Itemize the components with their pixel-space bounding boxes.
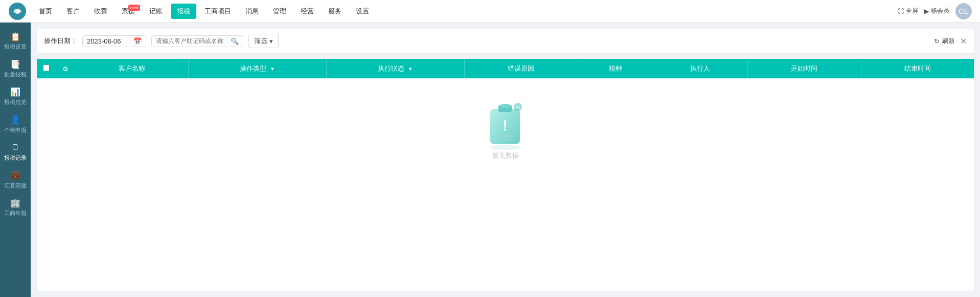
sidebar-item-报税设置[interactable]: 📋报税设置 <box>0 27 31 54</box>
sidebar-label-报税记录: 报税记录 <box>4 155 27 161</box>
clipboard-svg: ! ✏ <box>485 99 526 150</box>
nav-item-服务[interactable]: 服务 <box>322 4 348 19</box>
fullscreen-button[interactable]: ⛶ 全屏 <box>898 7 918 15</box>
close-button[interactable]: ✕ <box>960 36 967 46</box>
content: 操作日期： 📅 🔍 筛选 ▾ ↻ 刷新 ✕ <box>31 23 980 297</box>
sidebar-item-报税记录[interactable]: 🗒报税记录 <box>0 138 31 165</box>
toolbar: 操作日期： 📅 🔍 筛选 ▾ ↻ 刷新 ✕ <box>37 29 974 54</box>
nav-item-工商项目[interactable]: 工商项目 <box>198 4 237 19</box>
sidebar-item-工商年报[interactable]: 🏢工商年报 <box>0 193 31 221</box>
date-picker[interactable]: 📅 <box>82 35 146 47</box>
select-all-checkbox[interactable] <box>43 65 50 71</box>
empty-row: ! ✏ <box>37 78 974 191</box>
svg-rect-7 <box>496 135 514 137</box>
empty-state: ! ✏ <box>37 78 974 191</box>
sidebar-icon-报税总览: 📊 <box>10 86 21 97</box>
svg-point-2 <box>491 145 520 150</box>
nav-item-收费[interactable]: 收费 <box>88 4 113 19</box>
svg-rect-5 <box>500 104 510 108</box>
search-input[interactable] <box>156 37 227 45</box>
refresh-button[interactable]: ↻ 刷新 <box>934 36 955 46</box>
filter-button[interactable]: 筛选 ▾ <box>248 34 279 48</box>
play-icon: ▶ <box>924 8 929 15</box>
nav-item-管理[interactable]: 管理 <box>267 4 292 19</box>
date-input[interactable] <box>87 37 130 45</box>
nav-item-首页[interactable]: 首页 <box>33 4 58 19</box>
th-op-type: 操作类型 ▼ <box>189 59 327 78</box>
sidebar-label-汇算清缴: 汇算清缴 <box>4 182 27 189</box>
refresh-label: 刷新 <box>942 36 955 46</box>
th-settings[interactable]: ⚙ <box>56 59 75 78</box>
th-executor: 执行人 <box>653 59 748 78</box>
nav-item-票据[interactable]: 票据new <box>116 4 141 19</box>
search-wrap: 🔍 <box>151 35 243 47</box>
th-tax-type: 税种 <box>578 59 653 78</box>
nav-items: 首页客户收费票据new记账报税工商项目消息管理经营服务设置 <box>33 4 898 19</box>
member-label: 畅会员 <box>931 7 949 15</box>
avatar-text: CE <box>959 7 968 15</box>
th-checkbox <box>37 59 56 78</box>
nav-item-经营[interactable]: 经营 <box>294 4 320 19</box>
th-customer: 客户名称 <box>75 59 189 78</box>
nav-item-设置[interactable]: 设置 <box>350 4 375 19</box>
nav-item-报税[interactable]: 报税 <box>171 4 196 19</box>
sort-icon-op-type: ▼ <box>270 66 275 72</box>
sidebar-icon-个税申报: 👤 <box>10 114 21 125</box>
logo[interactable] <box>8 2 27 20</box>
refresh-icon: ↻ <box>934 37 940 45</box>
svg-text:✏: ✏ <box>516 104 520 110</box>
svg-point-1 <box>15 9 19 13</box>
main-layout: 📋报税设置📑批量报税📊报税总览👤个税申报🗒报税记录💼汇算清缴🏢工商年报 操作日期… <box>0 23 980 297</box>
th-exec-status: 执行状态 ▼ <box>326 59 464 78</box>
sidebar-label-报税总览: 报税总览 <box>4 99 27 105</box>
avatar[interactable]: CE <box>955 3 972 19</box>
sidebar-item-批量报税[interactable]: 📑批量报税 <box>0 54 31 82</box>
th-start-time: 开始时间 <box>747 59 861 78</box>
content-panel: 操作日期： 📅 🔍 筛选 ▾ ↻ 刷新 ✕ <box>37 29 974 291</box>
member-button[interactable]: ▶ 畅会员 <box>924 7 949 15</box>
nav-item-消息[interactable]: 消息 <box>239 4 265 19</box>
sidebar-label-工商年报: 工商年报 <box>4 210 27 217</box>
empty-illustration: ! ✏ <box>485 99 526 145</box>
th-error-reason: 错误原因 <box>464 59 578 78</box>
records-table: ⚙ 客户名称 操作类型 ▼ 执行状态 ▼ 错误原因 税种 执行人 开始时间 结束… <box>37 59 974 191</box>
table-wrap: ⚙ 客户名称 操作类型 ▼ 执行状态 ▼ 错误原因 税种 执行人 开始时间 结束… <box>37 59 974 291</box>
nav-badge-票据: new <box>128 5 140 11</box>
sidebar-icon-汇算清缴: 💼 <box>10 169 21 181</box>
sidebar-label-报税设置: 报税设置 <box>4 44 27 50</box>
svg-text:!: ! <box>503 117 508 134</box>
sidebar-item-汇算清缴[interactable]: 💼汇算清缴 <box>0 165 31 193</box>
sidebar-item-报税总览[interactable]: 📊报税总览 <box>0 82 31 110</box>
nav-item-记账[interactable]: 记账 <box>143 4 169 19</box>
sidebar-label-批量报税: 批量报税 <box>4 71 27 78</box>
top-nav: 首页客户收费票据new记账报税工商项目消息管理经营服务设置 ⛶ 全屏 ▶ 畅会员… <box>0 0 980 23</box>
chevron-down-icon: ▾ <box>269 37 273 45</box>
sidebar-label-个税申报: 个税申报 <box>4 127 27 134</box>
search-icon[interactable]: 🔍 <box>231 37 239 45</box>
svg-rect-8 <box>499 139 511 140</box>
filter-label: 筛选 <box>254 36 267 46</box>
sidebar-icon-工商年报: 🏢 <box>10 197 21 208</box>
calendar-icon: 📅 <box>133 37 142 45</box>
fullscreen-icon: ⛶ <box>898 8 904 15</box>
sidebar-icon-报税设置: 📋 <box>10 31 21 42</box>
empty-text: 暂无数据 <box>492 151 519 160</box>
th-end-time: 结束时间 <box>861 59 974 78</box>
table-header-row: ⚙ 客户名称 操作类型 ▼ 执行状态 ▼ 错误原因 税种 执行人 开始时间 结束… <box>37 59 974 78</box>
fullscreen-label: 全屏 <box>906 7 918 15</box>
date-label: 操作日期： <box>44 36 77 46</box>
sidebar-icon-报税记录: 🗒 <box>10 142 21 153</box>
sidebar-icon-批量报税: 📑 <box>10 58 21 70</box>
sort-icon-exec-status: ▼ <box>408 66 413 72</box>
sidebar: 📋报税设置📑批量报税📊报税总览👤个税申报🗒报税记录💼汇算清缴🏢工商年报 <box>0 23 31 297</box>
nav-item-客户[interactable]: 客户 <box>60 4 86 19</box>
sidebar-item-个税申报[interactable]: 👤个税申报 <box>0 110 31 138</box>
top-nav-right: ⛶ 全屏 ▶ 畅会员 CE <box>898 3 972 19</box>
